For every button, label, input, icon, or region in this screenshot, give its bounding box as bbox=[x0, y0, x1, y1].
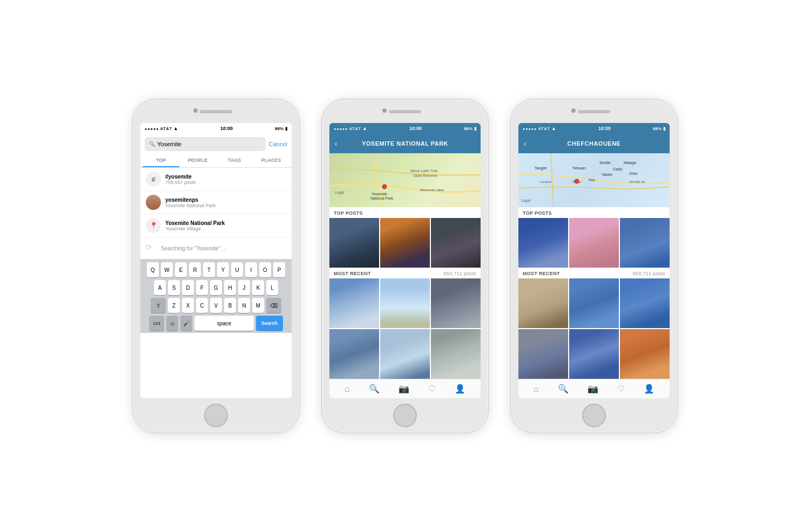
result-hashtag[interactable]: # #yosemite 758,557 posts bbox=[140, 168, 292, 191]
status-left: ●●●●● AT&T ▲ bbox=[523, 126, 556, 131]
photo-recent-2[interactable] bbox=[569, 278, 619, 328]
nav-home-icon[interactable]: ⌂ bbox=[345, 384, 350, 394]
cancel-button[interactable]: Cancel bbox=[269, 141, 287, 147]
tab-people[interactable]: PEOPLE bbox=[179, 154, 216, 167]
wifi-icon: ▲ bbox=[173, 126, 178, 131]
key-w[interactable]: W bbox=[161, 262, 173, 277]
result-location[interactable]: 📍 Yosemite National Park Yosemite Villag… bbox=[140, 214, 292, 237]
key-o[interactable]: O bbox=[259, 262, 271, 277]
key-p[interactable]: P bbox=[273, 262, 285, 277]
key-k[interactable]: K bbox=[252, 280, 264, 295]
nav-home-icon[interactable]: ⌂ bbox=[534, 384, 539, 394]
tab-places[interactable]: PLACES bbox=[253, 154, 289, 167]
nav-profile-icon[interactable]: 👤 bbox=[455, 384, 465, 394]
key-g[interactable]: G bbox=[210, 280, 222, 295]
phone-search: ●●●●● AT&T ▲ 10:00 88% ▮ 🔍 Yosemite Canc… bbox=[132, 99, 300, 433]
tab-top[interactable]: TOP bbox=[143, 154, 179, 167]
signal-dots: ●●●●● AT&T bbox=[334, 127, 361, 131]
key-d[interactable]: D bbox=[182, 280, 194, 295]
photo-recent-3[interactable] bbox=[620, 278, 670, 328]
search-input-box[interactable]: 🔍 Yosemite bbox=[145, 137, 266, 151]
back-button[interactable]: ‹ bbox=[524, 139, 526, 148]
nav-heart-icon[interactable]: ♡ bbox=[617, 384, 625, 394]
key-123[interactable]: 123 bbox=[149, 316, 164, 331]
photo-recent-2[interactable] bbox=[380, 278, 430, 328]
key-i[interactable]: I bbox=[245, 262, 257, 277]
most-recent-label: MOST RECENT 550,711 posts bbox=[518, 268, 670, 278]
back-button[interactable]: ‹ bbox=[335, 139, 338, 148]
key-t[interactable]: T bbox=[203, 262, 215, 277]
status-bar: ●●●●● AT&T ▲ 10:00 88% ▮ bbox=[518, 123, 670, 134]
key-j[interactable]: J bbox=[238, 280, 250, 295]
keyboard-row-1: Q W E R T Y U I O P bbox=[142, 262, 290, 277]
status-right: 88% ▮ bbox=[464, 126, 476, 131]
nav-search-icon[interactable]: 🔍 bbox=[558, 384, 569, 394]
photo-top-3[interactable] bbox=[431, 218, 481, 268]
key-s[interactable]: S bbox=[168, 280, 180, 295]
post-count: 550,711 posts bbox=[444, 271, 476, 276]
result-profile[interactable]: yosemitenps Yosemite National Park bbox=[140, 191, 292, 214]
phone-camera bbox=[193, 108, 198, 113]
key-r[interactable]: R bbox=[189, 262, 201, 277]
key-search[interactable]: Search bbox=[256, 316, 283, 331]
photo-top-1[interactable] bbox=[518, 218, 568, 268]
home-button[interactable] bbox=[582, 404, 606, 427]
location-title: CHEFCHAOUENE bbox=[568, 140, 621, 147]
result-sub: Yosemite Village bbox=[165, 226, 225, 231]
key-e[interactable]: E bbox=[175, 262, 187, 277]
searching-text: Searching for "Yosemite" ... bbox=[161, 245, 226, 251]
svg-text:Mammoth Lakes: Mammoth Lakes bbox=[420, 188, 444, 192]
photo-recent-4[interactable] bbox=[518, 329, 568, 379]
nav-heart-icon[interactable]: ♡ bbox=[428, 384, 436, 394]
key-x[interactable]: X bbox=[182, 298, 194, 313]
key-delete[interactable]: ⌫ bbox=[266, 298, 281, 313]
phone-screen-yosemite: ●●●●● AT&T ▲ 10:00 88% ▮ ‹ YOSEMITE NATI… bbox=[329, 123, 481, 398]
key-f[interactable]: F bbox=[196, 280, 208, 295]
key-h[interactable]: H bbox=[224, 280, 236, 295]
key-c[interactable]: C bbox=[196, 298, 208, 313]
nav-search-icon[interactable]: 🔍 bbox=[369, 384, 380, 394]
key-m[interactable]: M bbox=[252, 298, 264, 313]
result-sub: Yosemite National Park bbox=[165, 203, 215, 208]
photo-recent-3[interactable] bbox=[431, 278, 481, 328]
svg-point-19 bbox=[575, 179, 579, 183]
key-v[interactable]: V bbox=[210, 298, 222, 313]
key-z[interactable]: Z bbox=[168, 298, 180, 313]
key-n[interactable]: N bbox=[238, 298, 250, 313]
photo-recent-6[interactable] bbox=[620, 329, 670, 379]
photo-recent-1[interactable] bbox=[329, 278, 379, 328]
post-count: 550,711 posts bbox=[633, 271, 665, 276]
photo-top-2[interactable] bbox=[569, 218, 619, 268]
key-mic[interactable]: 🎤 bbox=[180, 316, 192, 331]
home-button[interactable] bbox=[393, 404, 417, 427]
photo-recent-1[interactable] bbox=[518, 278, 568, 328]
photo-recent-5[interactable] bbox=[569, 329, 619, 379]
photo-recent-6[interactable] bbox=[431, 329, 481, 379]
key-b[interactable]: B bbox=[224, 298, 236, 313]
key-shift[interactable]: ⇧ bbox=[151, 298, 166, 313]
svg-text:Sidi Bel Ab: Sidi Bel Ab bbox=[629, 180, 645, 183]
key-q[interactable]: Q bbox=[147, 262, 159, 277]
tab-tags[interactable]: TAGS bbox=[216, 154, 253, 167]
battery-icon: ▮ bbox=[285, 126, 287, 131]
nav-profile-icon[interactable]: 👤 bbox=[644, 384, 654, 394]
svg-text:National Park: National Park bbox=[370, 196, 394, 200]
nav-camera-icon[interactable]: 📷 bbox=[588, 384, 598, 394]
key-emoji[interactable]: ☺ bbox=[166, 316, 178, 331]
nav-camera-icon[interactable]: 📷 bbox=[399, 384, 409, 394]
photo-recent-4[interactable] bbox=[329, 329, 379, 379]
key-y[interactable]: Y bbox=[217, 262, 229, 277]
wifi-icon: ▲ bbox=[551, 126, 556, 131]
home-button[interactable] bbox=[204, 404, 228, 427]
search-query-text: Yosemite bbox=[157, 141, 181, 147]
battery-icon: ▮ bbox=[663, 126, 665, 131]
key-space[interactable]: space bbox=[194, 316, 254, 331]
key-l[interactable]: L bbox=[266, 280, 278, 295]
photo-recent-5[interactable] bbox=[380, 329, 430, 379]
photo-top-1[interactable] bbox=[329, 218, 379, 268]
photo-top-3[interactable] bbox=[620, 218, 670, 268]
key-a[interactable]: A bbox=[154, 280, 166, 295]
key-u[interactable]: U bbox=[231, 262, 243, 277]
photo-top-2[interactable] bbox=[380, 218, 430, 268]
status-time: 10:00 bbox=[598, 126, 611, 131]
